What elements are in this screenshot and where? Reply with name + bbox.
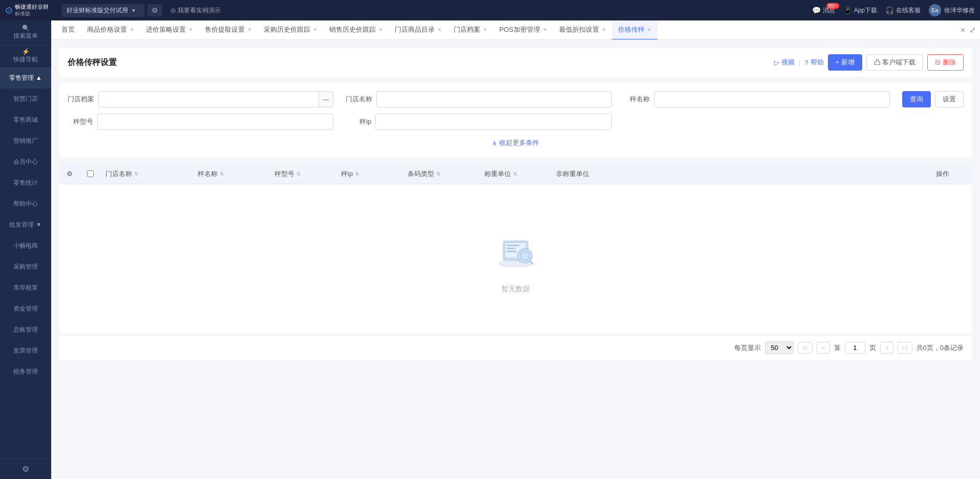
search-icon: 🔍 [22,25,30,32]
store-archive-dots-button[interactable]: ··· [319,91,334,107]
sidebar-item-member-center[interactable]: 会员中心 [0,151,51,172]
sidebar-item-marketing[interactable]: 营销推广 [0,130,51,151]
first-page-button[interactable]: |< [798,342,813,354]
tab-product-pricing[interactable]: 商品价格设置 × [81,20,140,40]
sidebar-item-tax[interactable]: 税务管理 [0,361,51,382]
sort-icon: ⇅ [436,171,440,177]
tab-close-icon[interactable]: × [438,26,441,33]
pagination-bar: 每页显示 10 20 50 100 |< < 算 页 > >| 共0页，0条记录 [59,335,972,360]
sidebar-item-wholesale[interactable]: 批发管理 ▼ [0,214,51,235]
scale-name-input[interactable] [654,91,890,107]
store-name-input[interactable] [376,91,611,107]
filter-scale-ip: 秤ip [346,114,611,130]
th-barcode-type[interactable]: 条码类型 ⇅ [402,169,479,179]
tab-purchase-history[interactable]: 采购历史价跟踪 × [258,20,323,40]
store-archive-input[interactable] [98,91,319,107]
scale-ip-input[interactable] [375,114,611,130]
next-page-button[interactable]: > [880,342,893,354]
sidebar-item-xiaochang-ecom[interactable]: 小畅电商 [0,235,51,256]
video-link[interactable]: ▷ 视频 [774,58,795,67]
sidebar-item-general-ledger[interactable]: 总账管理 [0,319,51,340]
query-button[interactable]: 查询 [902,91,931,107]
download-button[interactable]: 凸 客户端下载 [866,54,924,71]
demo-link-label: 我要看实例演示 [178,6,221,15]
app-name: 畅捷通好业财 [15,3,49,10]
sidebar-item-retail-mall[interactable]: 零售商城 [0,110,51,130]
th-store-name[interactable]: 门店名称 ⇅ [100,169,193,179]
sidebar-settings-button[interactable]: ⚙ [0,459,51,479]
tab-store-catalog[interactable]: 门店商品目录 × [389,20,448,40]
tab-close-icon[interactable]: × [379,26,382,33]
prev-page-button[interactable]: < [817,342,830,354]
sort-icon: ⇅ [513,171,517,177]
close-tab-button[interactable]: × [961,26,965,35]
delete-button[interactable]: ⊟ 删除 [927,54,964,71]
th-scale-model[interactable]: 秤型号 ⇅ [269,169,336,179]
tab-close-icon[interactable]: × [313,26,317,33]
tab-close-icon[interactable]: × [189,26,193,33]
th-weight-unit[interactable]: 称重单位 ⇅ [479,169,551,179]
app-download-label: App下载 [854,6,877,15]
th-settings[interactable]: ⚙ [59,170,80,178]
messages-button[interactable]: 💬 消息 99+ [812,6,835,15]
scale-model-input[interactable] [97,114,333,130]
tab-sell-price-extract[interactable]: 售价提取设置 × [199,20,258,40]
add-button[interactable]: + 新增 [828,54,862,71]
env-selector[interactable]: 好业财标准版交付试用 ▼ [61,4,144,17]
sidebar-item-help-center[interactable]: 帮助中心 [0,193,51,214]
sidebar-quick-nav[interactable]: ⚡ 快捷导航 [0,45,51,68]
user-name: 徐泽华修改 [944,6,975,15]
tab-close-icon[interactable]: × [130,26,134,33]
th-scale-name[interactable]: 秤名称 ⇅ [193,169,269,179]
last-page-button[interactable]: >| [898,342,912,354]
th-checkbox[interactable] [80,170,100,177]
app-version: 标准版 [15,10,49,17]
tab-sales-history[interactable]: 销售历史价跟踪 × [323,20,389,40]
tab-min-discount[interactable]: 最低折扣设置 × [553,20,612,40]
help-center-label: 帮助中心 [13,200,38,208]
env-settings-button[interactable]: ⚙ [147,4,162,16]
select-all-checkbox[interactable] [87,170,94,177]
general-ledger-label: 总账管理 [13,325,38,334]
tab-close-icon[interactable]: × [543,26,547,33]
sidebar-item-finance[interactable]: 资金管理 [0,298,51,319]
online-service-button[interactable]: 🎧 在线客服 [885,6,921,15]
tab-price-scale[interactable]: 价格传秤 × [612,20,657,40]
sidebar-item-invoice[interactable]: 发票管理 [0,340,51,361]
nav-icon: ⚡ [22,48,30,55]
sidebar-item-procurement[interactable]: 采购管理 [0,256,51,277]
demo-link[interactable]: ◎ 我要看实例演示 [171,6,221,15]
tab-pos-encryption[interactable]: POS加密管理 × [493,20,552,40]
sidebar-item-inventory[interactable]: 库存核算 [0,277,51,298]
message-icon: 💬 [812,6,821,14]
store-archive-label: 门店档案 [68,95,94,104]
chevron-up-icon: ∧ [492,139,497,147]
expand-tab-button[interactable]: ⤢ [969,25,976,35]
tab-close-icon[interactable]: × [248,26,251,33]
tab-close-icon[interactable]: × [648,26,651,33]
sidebar-item-smart-store[interactable]: 智慧门店 [0,89,51,110]
help-link[interactable]: ? 帮助 [804,58,823,67]
sidebar-item-retail-stats[interactable]: 零售统计 [0,172,51,193]
filter-row-1: 门店档案 ··· 门店名称 秤名称 [68,91,964,107]
page-input[interactable] [845,342,865,354]
scale-name-label: 秤名称 [624,95,650,104]
tab-purchase-strategy[interactable]: 进价策略设置 × [140,20,199,40]
settings-button[interactable]: 设置 [935,91,964,107]
main-layout: 🔍 搜索菜单 ⚡ 快捷导航 零售管理 ▲ 智慧门店 零售商城 营销推广 会员中心… [0,20,980,479]
tab-home[interactable]: 首页 [55,20,81,40]
tab-close-icon[interactable]: × [602,26,606,33]
filter-scale-name: 秤名称 [624,91,890,107]
user-area[interactable]: Ea 徐泽华修改 [929,4,975,16]
sidebar-nav-label: 快捷导航 [3,55,48,64]
page-title-area: 价格传秤设置 ▷ 视频 | ? 帮助 + 新增 凸 客户端下载 [59,48,972,77]
th-scale-ip[interactable]: 秤ip ⇅ [336,169,402,179]
tab-store-archive[interactable]: 门店档案 × [448,20,493,40]
sidebar-item-retail-management[interactable]: 零售管理 ▲ [0,68,51,89]
per-page-select[interactable]: 10 20 50 100 [765,341,794,354]
sidebar-search[interactable]: 🔍 搜索菜单 [0,20,51,45]
question-icon: ? [804,59,808,67]
app-download-button[interactable]: 📱 App下载 [843,6,877,15]
collapse-button[interactable]: ∧ 收起更多条件 [484,136,547,149]
tab-close-icon[interactable]: × [483,26,487,33]
